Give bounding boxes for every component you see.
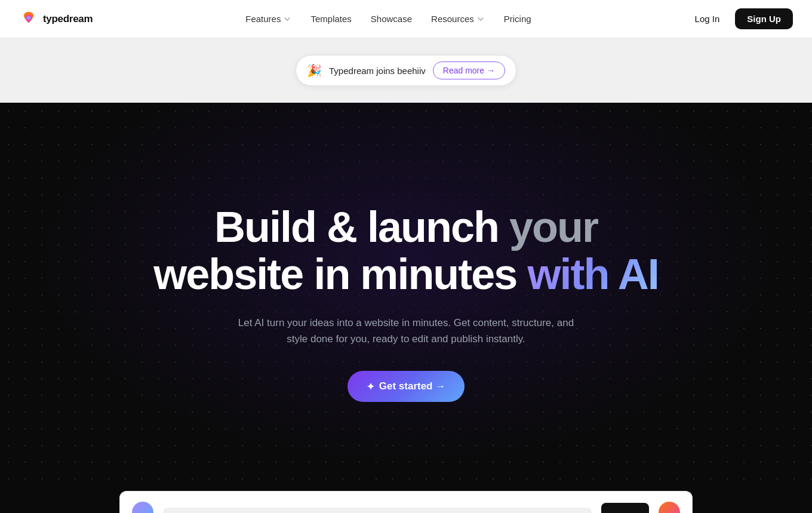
nav-pricing[interactable]: Pricing: [496, 9, 540, 29]
nav-showcase[interactable]: Showcase: [362, 9, 420, 29]
signup-button[interactable]: Sign Up: [735, 8, 793, 29]
preview-avatar: [132, 502, 153, 514]
announcement-text: Typedream joins beehiiv: [329, 66, 426, 76]
nav-features[interactable]: Features: [237, 9, 300, 29]
logo-text: typedream: [43, 13, 93, 25]
preview-placeholder-bar: [163, 508, 592, 514]
chevron-down-icon-2: [476, 15, 485, 23]
features-label: Features: [245, 14, 281, 24]
hero-title-highlight1: your: [509, 203, 598, 251]
nav-links: Features Templates Showcase Resources Pr…: [237, 9, 539, 29]
hero-title-part2: website in minutes: [153, 250, 527, 298]
cta-label: Get started →: [379, 380, 445, 392]
hero-content: Build & launch your website in minutes w…: [153, 204, 658, 403]
hero-title-highlight2: with AI: [527, 250, 658, 298]
logo[interactable]: typedream: [19, 10, 93, 29]
logo-icon: [19, 10, 38, 29]
hero-title: Build & launch your website in minutes w…: [153, 204, 658, 298]
templates-label: Templates: [310, 14, 351, 24]
svg-point-1: [26, 16, 31, 20]
hero-subtitle: Let AI turn your ideas into a website in…: [233, 315, 579, 347]
chevron-down-icon: [283, 15, 291, 23]
top-banner-area: 🎉 Typedream joins beehiiv Read more →: [0, 38, 812, 103]
navbar: typedream Features Templates Showcase Re…: [0, 0, 812, 38]
get-started-button[interactable]: ✦ Get started →: [347, 371, 465, 402]
preview-action-button: [601, 503, 649, 514]
hero-section: Build & launch your website in minutes w…: [0, 103, 812, 491]
hero-title-line2: website in minutes with AI: [153, 251, 658, 298]
hero-title-line1: Build & launch your: [153, 204, 658, 251]
nav-templates[interactable]: Templates: [302, 9, 359, 29]
read-more-link[interactable]: Read more →: [433, 62, 505, 79]
nav-auth: Log In Sign Up: [684, 8, 793, 29]
preview-right-avatar: [659, 502, 680, 514]
showcase-label: Showcase: [371, 14, 412, 24]
preview-window: [119, 491, 693, 513]
announcement-pill: 🎉 Typedream joins beehiiv Read more →: [296, 55, 516, 86]
pricing-label: Pricing: [504, 14, 531, 24]
hero-title-part1: Build & launch: [214, 203, 509, 251]
nav-resources[interactable]: Resources: [423, 9, 493, 29]
announcement-emoji: 🎉: [307, 63, 322, 78]
sparkle-icon: ✦: [367, 381, 374, 392]
preview-strip: [0, 491, 812, 513]
login-button[interactable]: Log In: [684, 8, 731, 29]
resources-label: Resources: [431, 14, 474, 24]
